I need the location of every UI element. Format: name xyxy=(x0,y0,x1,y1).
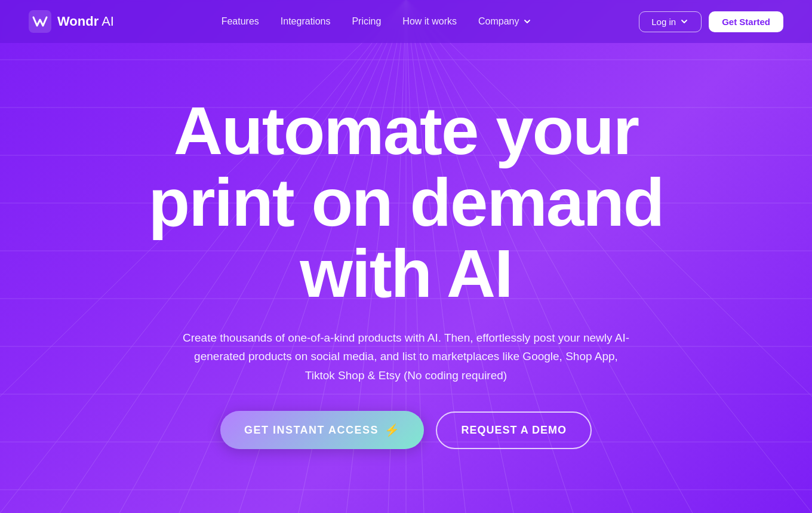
hero-subtitle: Create thousands of one-of-a-kind produc… xyxy=(179,328,633,385)
login-button[interactable]: Log in xyxy=(639,11,702,32)
nav-link-integrations[interactable]: Integrations xyxy=(281,16,331,26)
logo-icon xyxy=(29,10,51,33)
nav-item-integrations[interactable]: Integrations xyxy=(281,16,331,27)
nav-item-pricing[interactable]: Pricing xyxy=(352,16,381,27)
chevron-down-icon xyxy=(522,17,532,26)
nav-item-company[interactable]: Company xyxy=(478,16,531,27)
nav-link-features[interactable]: Features xyxy=(222,16,259,26)
login-label: Log in xyxy=(651,17,676,27)
get-instant-access-label: GET INSTANT ACCESS xyxy=(244,424,379,437)
get-instant-access-button[interactable]: GET INSTANT ACCESS ⚡ xyxy=(220,411,425,449)
get-started-button[interactable]: Get Started xyxy=(709,11,783,32)
logo-text: Wondr AI xyxy=(57,14,114,29)
nav-item-how-it-works[interactable]: How it works xyxy=(402,16,457,27)
nav-link-company[interactable]: Company xyxy=(478,16,519,27)
lightning-icon: ⚡ xyxy=(385,423,401,437)
nav-actions: Log in Get Started xyxy=(639,11,783,32)
nav-company-dropdown[interactable]: Company xyxy=(478,16,531,27)
navbar: Wondr AI Features Integrations Pricing H… xyxy=(0,0,812,43)
chevron-down-icon-login xyxy=(679,17,689,26)
logo[interactable]: Wondr AI xyxy=(29,10,114,33)
request-demo-label: REQUEST A DEMO xyxy=(461,424,567,436)
request-demo-button[interactable]: REQUEST A DEMO xyxy=(436,411,592,449)
hero-cta-buttons: GET INSTANT ACCESS ⚡ REQUEST A DEMO xyxy=(220,411,592,449)
nav-link-how-it-works[interactable]: How it works xyxy=(402,16,457,26)
hero-title: Automate your print on demand with AI xyxy=(149,95,664,309)
hero-section: Automate your print on demand with AI Cr… xyxy=(0,43,812,513)
nav-item-features[interactable]: Features xyxy=(222,16,259,27)
nav-link-pricing[interactable]: Pricing xyxy=(352,16,381,26)
nav-links: Features Integrations Pricing How it wor… xyxy=(222,16,532,27)
